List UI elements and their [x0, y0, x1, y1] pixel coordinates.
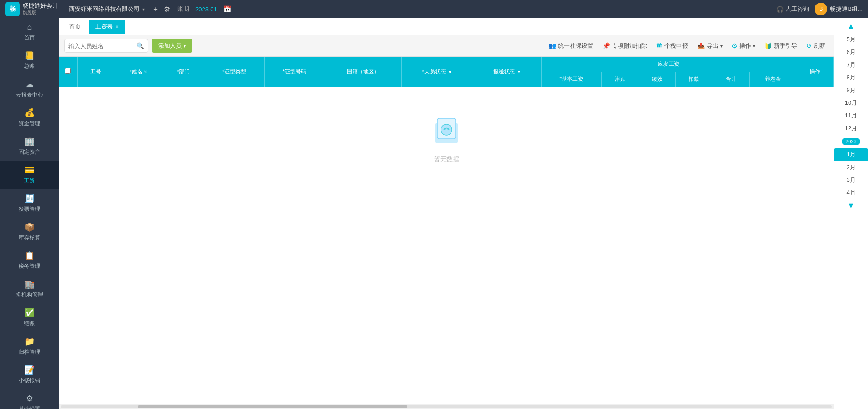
select-all-header [59, 57, 77, 87]
sidebar-item-label: 库存核算 [19, 234, 40, 242]
logo-icon: 畅 [5, 2, 20, 16]
sidebar-item-label: 多机构管理 [16, 291, 43, 299]
filter-icon[interactable]: ▼ [448, 69, 452, 74]
add-company-button[interactable]: ＋ [152, 5, 159, 14]
sidebar-item-label: 总账 [24, 63, 35, 70]
date-month-11[interactable]: 11月 [834, 109, 868, 122]
tab-bar: 首页 工资表 × [59, 18, 834, 35]
add-person-button[interactable]: 添加人员 ▾ [152, 39, 192, 53]
toolbar: 🔍 添加人员 ▾ 👥 统一社保设置 📌 专项附加扣除 🏛 个税申报 📤 导出 [59, 35, 834, 57]
date-month-12[interactable]: 12月 [834, 122, 868, 135]
sidebar: ⌂ 首页 📒 总账 ☁ 云报表中心 💰 资金管理 🏢 固定资产 💳 工资 🧾 发… [0, 18, 59, 409]
col-country: 国籍（地区） [325, 57, 402, 87]
empty-text: 暂无数据 [434, 156, 459, 164]
col-emp-id: 工号 [77, 57, 114, 87]
sidebar-item-label: 发票管理 [19, 205, 40, 213]
social-security-label: 统一社保设置 [558, 42, 593, 50]
bottom-scrollbar[interactable] [59, 404, 834, 409]
settings-icon[interactable]: ⚙ [164, 5, 170, 14]
export-action[interactable]: 📤 导出 ▾ [694, 42, 725, 50]
col-id-type: *证型类型 [204, 57, 264, 87]
sidebar-item-salary[interactable]: 💳 工资 [0, 161, 59, 189]
tab-close-icon[interactable]: × [116, 24, 119, 30]
filter-icon[interactable]: ▼ [517, 69, 521, 74]
operations-action[interactable]: ⚙ 操作 ▾ [729, 42, 758, 50]
date-nav-down-icon[interactable]: ▼ [845, 199, 857, 212]
date-month-10[interactable]: 10月 [834, 97, 868, 109]
date-nav-up-icon[interactable]: ▲ [845, 20, 857, 33]
tab-home[interactable]: 首页 [63, 20, 87, 34]
tab-salary-table[interactable]: 工资表 × [89, 20, 125, 34]
date-month-1[interactable]: 1月 [834, 148, 868, 161]
svg-point-3 [444, 128, 446, 130]
sidebar-item-settle[interactable]: ✅ 结账 [0, 303, 59, 332]
sidebar-item-fund[interactable]: 💰 资金管理 [0, 103, 59, 132]
settle-icon: ✅ [24, 308, 34, 318]
search-wrap: 🔍 [64, 39, 148, 53]
col-salary-group: 应发工资 [541, 57, 796, 72]
content-area: 首页 工资表 × 🔍 添加人员 ▾ 👥 统一社保设置 📌 [59, 18, 834, 409]
sidebar-item-settings[interactable]: ⚙ 基础设置 [0, 389, 59, 409]
search-input[interactable] [68, 43, 136, 49]
sidebar-item-expense[interactable]: 📝 小畅报销 [0, 360, 59, 389]
col-name-label: *姓名 [130, 68, 143, 76]
col-id-no: *证型号码 [264, 57, 325, 87]
company-selector[interactable]: 西安虾米网络科技有限公司 ▾ [69, 5, 145, 13]
guide-action[interactable]: 🔰 新手引导 [761, 42, 800, 50]
year-badge[interactable]: 2023 [842, 138, 860, 145]
date-month-7[interactable]: 7月 [834, 58, 868, 71]
scroll-thumb[interactable] [138, 405, 407, 408]
social-security-icon: 👥 [548, 42, 556, 49]
date-month-5[interactable]: 5月 [834, 33, 868, 46]
sidebar-item-cloud-report[interactable]: ☁ 云报表中心 [0, 75, 59, 103]
operations-label: 操作 [739, 42, 751, 50]
tab-salary-label: 工资表 [95, 23, 113, 31]
date-month-2[interactable]: 2月 [834, 161, 868, 174]
date-month-4[interactable]: 4月 [834, 186, 868, 199]
user-name: 畅捷通B组... [830, 5, 863, 13]
svg-point-4 [447, 128, 449, 130]
export-icon: 📤 [697, 42, 705, 49]
calendar-icon[interactable]: 📅 [223, 5, 231, 13]
select-all-checkbox[interactable] [65, 68, 71, 74]
sidebar-item-label: 税务管理 [19, 263, 40, 270]
sidebar-item-fixed-asset[interactable]: 🏢 固定资产 [0, 132, 59, 161]
empty-state: 暂无数据 [59, 87, 834, 191]
sidebar-item-ledger[interactable]: 📒 总账 [0, 46, 59, 75]
special-deduction-action[interactable]: 📌 专项附加扣除 [600, 42, 650, 50]
user-info[interactable]: B 畅捷通B组... [815, 3, 863, 15]
export-chevron-icon: ▾ [720, 44, 723, 49]
operations-chevron-icon: ▾ [753, 44, 755, 49]
sidebar-item-invoice[interactable]: 🧾 发票管理 [0, 189, 59, 218]
personal-tax-action[interactable]: 🏛 个税申报 [654, 42, 691, 50]
social-security-action[interactable]: 👥 统一社保设置 [546, 42, 596, 50]
sidebar-item-multi-org[interactable]: 🏬 多机构管理 [0, 275, 59, 303]
sidebar-item-label: 结账 [24, 320, 35, 327]
salary-table: 工号 *姓名 ⇅ *部门 *证型类型 *证型号码 国籍（地区） [59, 57, 834, 87]
top-bar-actions: ＋ ⚙ 账期 2023-01 📅 [152, 5, 231, 14]
date-month-6[interactable]: 6月 [834, 46, 868, 58]
period-value[interactable]: 2023-01 [195, 6, 217, 13]
fund-icon: 💰 [24, 108, 34, 118]
date-month-8[interactable]: 8月 [834, 71, 868, 84]
app-edition: 旗舰版 [23, 10, 58, 16]
sidebar-item-home[interactable]: ⌂ 首页 [0, 18, 59, 46]
date-month-3[interactable]: 3月 [834, 174, 868, 186]
search-icon: 🔍 [136, 42, 144, 49]
sidebar-item-inventory[interactable]: 📦 库存核算 [0, 218, 59, 246]
operations-icon: ⚙ [732, 42, 737, 49]
expense-icon: 📝 [24, 365, 34, 375]
sidebar-item-tax[interactable]: 📋 税务管理 [0, 246, 59, 275]
support-button[interactable]: 🎧 人工咨询 [776, 5, 809, 13]
date-month-9[interactable]: 9月 [834, 84, 868, 97]
col-performance: 绩效 [639, 72, 676, 87]
sidebar-item-archive[interactable]: 📁 归档管理 [0, 332, 59, 360]
col-total: 合计 [713, 72, 750, 87]
col-status: *人员状态 ▼ [401, 57, 473, 87]
tab-home-label: 首页 [69, 23, 81, 31]
table-container: 工号 *姓名 ⇅ *部门 *证型类型 *证型号码 国籍（地区） [59, 57, 834, 404]
col-actions: 操作 [796, 57, 834, 87]
special-deduction-label: 专项附加扣除 [612, 42, 647, 50]
refresh-action[interactable]: ↺ 刷新 [804, 42, 828, 50]
sort-icon[interactable]: ⇅ [144, 69, 147, 74]
